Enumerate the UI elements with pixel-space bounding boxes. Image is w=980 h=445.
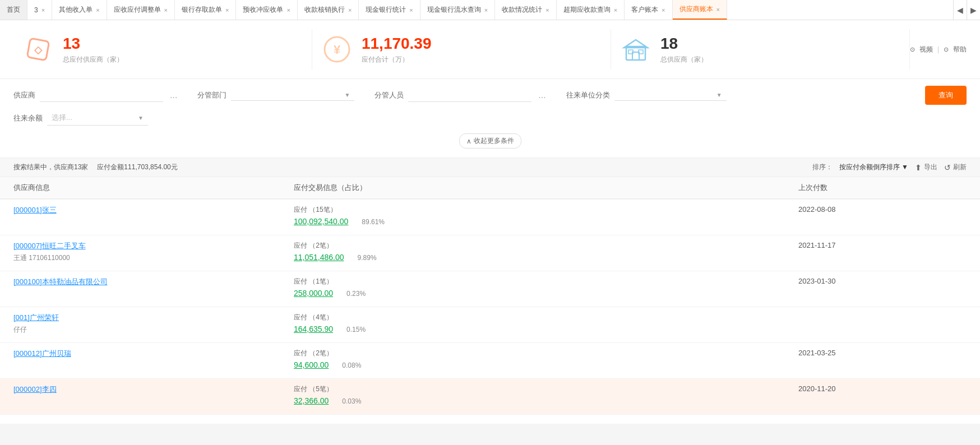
query-button[interactable]: 查询	[925, 86, 967, 105]
col-header-lastpay: 上次付数	[798, 183, 967, 193]
nav-right-arrow[interactable]: ▶	[967, 0, 980, 20]
supplier-more-icon[interactable]: ...	[170, 90, 177, 100]
close-other-income[interactable]: ×	[96, 7, 99, 13]
amount-row-1: 100,092,540.00 89.61%	[294, 217, 798, 226]
payable-label-5: 应付 （2笔）	[294, 349, 798, 358]
close-suppledger[interactable]: ×	[716, 6, 720, 13]
person-input[interactable]	[408, 89, 531, 102]
nav-tab-collection-stat[interactable]: 收款情况统计 ×	[495, 0, 556, 20]
table-header: 供应商信息 应付交易信息（占比） 上次付数	[0, 177, 980, 200]
supplier-link-3[interactable]: [000100]本特勒油品有限公司	[13, 277, 108, 286]
lastpay-date-1: 2022-08-08	[798, 205, 836, 214]
lastpay-date-6: 2020-11-20	[798, 384, 836, 393]
help-link[interactable]: 帮助	[953, 45, 967, 54]
category-label: 往来单位分类	[566, 90, 610, 100]
nav-tab-ar-ap-label: 应收应付调整单	[114, 5, 161, 15]
video-link[interactable]: 视频	[919, 45, 933, 54]
payable-count-6: （5笔）	[309, 385, 333, 393]
transaction-amount-1[interactable]: 100,092,540.00	[294, 217, 348, 226]
table-row: [000100]本特勒油品有限公司 应付 （1笔） 258,000.00 0.2…	[0, 271, 980, 307]
supplier-link-2[interactable]: [000007]恒旺二手叉车	[13, 242, 86, 250]
close-bank[interactable]: ×	[225, 7, 229, 13]
nav-tab-overdue-ar[interactable]: 超期应收款查询 ×	[557, 0, 625, 20]
filter-row-1: 供应商 ... 分管部门 ▼ 分管人员 ... 往来单位分类 ▼	[13, 86, 967, 105]
nav-tab-3-close[interactable]: ×	[41, 7, 45, 13]
summary-texts-1: 13 总应付供应商（家）	[63, 34, 123, 65]
nav-tab-cash-bank-stat[interactable]: 现金银行统计 ×	[359, 0, 420, 20]
balance-select-text: 选择...	[52, 113, 72, 123]
supplier-link-4[interactable]: [001]广州荣轩	[13, 313, 59, 322]
transaction-cell-4: 应付 （4笔） 164,635.90 0.15%	[294, 313, 798, 333]
close-cashstat[interactable]: ×	[409, 7, 413, 13]
transaction-amount-6[interactable]: 32,366.00	[294, 396, 329, 405]
close-ar-ap[interactable]: ×	[164, 7, 168, 13]
top-right-links: ⊙ 视频 | ⊙ 帮助	[910, 45, 967, 54]
collapse-button[interactable]: ∧ 收起更多条件	[459, 133, 521, 149]
supplier-link-1[interactable]: [000001]张三	[13, 206, 57, 214]
close-custledger[interactable]: ×	[662, 7, 665, 13]
close-collstat[interactable]: ×	[546, 7, 549, 13]
svg-text:¥: ¥	[334, 43, 341, 57]
table-row: [000012]广州贝瑞 应付 （2笔） 94,600.00 0.08% 202…	[0, 343, 980, 379]
refresh-icon: ↺	[944, 163, 951, 172]
supplier-input[interactable]	[40, 89, 163, 102]
filter-area: 供应商 ... 分管部门 ▼ 分管人员 ... 往来单位分类 ▼	[0, 79, 980, 158]
nav-tab-other-income[interactable]: 其他收入单 ×	[52, 0, 107, 20]
nav-tab-cash-flow[interactable]: 现金银行流水查询 ×	[420, 0, 495, 20]
supplier-link-5[interactable]: [000012]广州贝瑞	[13, 349, 71, 358]
export-icon: ⬆	[915, 163, 922, 172]
close-prepay[interactable]: ×	[286, 7, 290, 13]
transaction-amount-4[interactable]: 164,635.90	[294, 325, 333, 333]
nav-left-icon: ◀	[957, 6, 963, 15]
nav-tab-suppledger-label: 供应商账本	[679, 4, 713, 14]
transaction-amount-3[interactable]: 258,000.00	[294, 289, 333, 298]
category-select[interactable]: ▼	[614, 90, 727, 101]
nav-tab-bank-deposit[interactable]: 银行存取款单 ×	[175, 0, 236, 20]
supplier-link-6[interactable]: [000002]李四	[13, 385, 57, 393]
nav-tab-bank-label: 银行存取款单	[182, 5, 222, 15]
nav-tab-supplier-ledger[interactable]: 供应商账本 ×	[673, 0, 727, 20]
nav-right-icon: ▶	[970, 6, 977, 15]
link-separator: |	[937, 45, 939, 53]
yen-icon: ¥	[321, 34, 353, 65]
transaction-cell-5: 应付 （2笔） 94,600.00 0.08%	[294, 349, 798, 369]
video-icon: ⊙	[910, 46, 915, 53]
summary-card-amount: ¥ 11,170.39 应付合计（万）	[312, 29, 611, 69]
sort-label: 排序：	[812, 163, 833, 172]
nav-left-arrow[interactable]: ◀	[953, 0, 967, 20]
supplier-cell-1: [000001]张三	[13, 205, 294, 215]
result-bar: 搜索结果中，供应商13家 应付金额111,703,854.00元 排序： 按应付…	[0, 158, 980, 177]
nav-tab-3-label: 3	[34, 6, 38, 14]
nav-tab-payment-writeoff[interactable]: 收款核销执行 ×	[298, 0, 359, 20]
nav-tab-overdue-label: 超期应收款查询	[563, 5, 611, 15]
summary-label-1: 总应付供应商（家）	[63, 55, 123, 64]
table-row: [000002]李四 应付 （5笔） 32,366.00 0.03% 2020-…	[0, 379, 980, 415]
nav-tab-prepay-ar[interactable]: 预收冲应收单 ×	[236, 0, 297, 20]
balance-label: 往来余额	[13, 113, 43, 123]
close-overdue[interactable]: ×	[614, 7, 617, 13]
dept-select[interactable]: ▼	[231, 90, 354, 101]
nav-tab-ar-ap-adjust[interactable]: 应收应付调整单 ×	[107, 0, 175, 20]
filter-person: 分管人员 ...	[375, 89, 546, 102]
balance-dropdown-icon: ▼	[138, 115, 144, 121]
close-writeoff[interactable]: ×	[348, 7, 352, 13]
refresh-button[interactable]: ↺ 刷新	[944, 163, 967, 172]
export-button[interactable]: ⬆ 导出	[915, 163, 937, 172]
payable-label-4: 应付 （4笔）	[294, 313, 798, 322]
export-label: 导出	[924, 163, 937, 172]
filter-dept: 分管部门 ▼	[197, 90, 354, 101]
close-cashflow[interactable]: ×	[484, 7, 488, 13]
sort-value[interactable]: 按应付余额倒序排序 ▼	[839, 163, 908, 172]
amount-row-5: 94,600.00 0.08%	[294, 360, 798, 369]
balance-select[interactable]: 选择... ▼	[47, 110, 148, 126]
transaction-amount-2[interactable]: 11,051,486.00	[294, 253, 344, 262]
nav-tab-3[interactable]: 3 ×	[27, 0, 52, 20]
nav-tab-home[interactable]: 首页	[0, 0, 27, 20]
nav-tab-custledger-label: 客户账本	[631, 5, 658, 15]
supplier-sub-4: 仔仔	[13, 325, 294, 335]
nav-tab-customer-ledger[interactable]: 客户账本 ×	[625, 0, 672, 20]
table-row: [000001]张三 应付 （15笔） 100,092,540.00 89.61…	[0, 200, 980, 235]
person-more-icon[interactable]: ...	[538, 90, 546, 100]
transaction-amount-5[interactable]: 94,600.00	[294, 360, 329, 369]
nav-tab-collstat-label: 收款情况统计	[502, 5, 542, 15]
